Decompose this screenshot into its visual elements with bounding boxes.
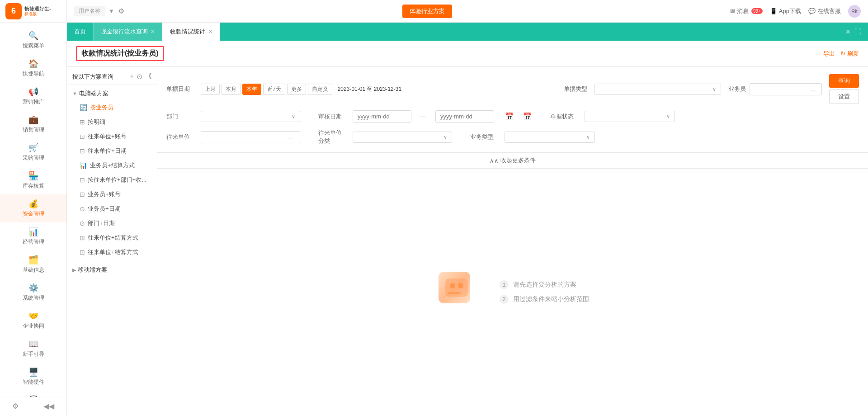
partner-type-label: 往来单位分类 [318,129,345,145]
scheme-by-detail[interactable]: ⊞ 按明细 [67,115,157,129]
partner-account-icon: ⊡ [80,133,85,140]
date-this-year[interactable]: 本年 [242,84,261,95]
logo-text: 畅捷通好生- 标准版 [24,5,51,17]
sidebar-item-system[interactable]: ⚙️ 系统管理 [0,278,66,307]
sidebar-item-search[interactable]: 🔍 搜索菜单 [0,26,66,54]
close-window-icon[interactable]: ✕ [845,28,851,35]
sidebar-item-enterprise[interactable]: 🤝 企业协同 [0,307,66,335]
filter-area: 单据日期 上月 本月 本年 近7天 更多 自定义 2023-01-01 至 20… [157,67,868,153]
date-this-month[interactable]: 本月 [222,84,241,95]
scheme-partner-settle[interactable]: ⊞ 往来单位+结算方式 [67,231,157,245]
scheme-salesperson-settle[interactable]: 📊 业务员+结算方式 [67,158,157,173]
partner-type-select[interactable]: ∨ [353,132,452,143]
refresh-icon: ↻ [840,50,845,57]
biz-type-caret: ∨ [586,134,590,140]
mobile-group-header[interactable]: ▶ 移动端方案 [67,263,157,277]
left-panel-actions: + ⊙ 《 [130,72,151,81]
empty-tips: 1 请先选择要分析的方案 2 用过滤条件来缩小分析范围 [500,280,589,304]
sidebar-item-purchase[interactable]: 🛒 采购管理 [0,138,66,166]
scheme-salesperson-account[interactable]: ⊡ 业务员+账号 [67,187,157,202]
message-label: 消息 [737,7,749,15]
scheme-partner-settle2[interactable]: ⊡ 往来单位+结算方式 [67,245,157,259]
dept-select[interactable]: ∨ [201,111,300,122]
operation-icon: 📊 [28,227,38,237]
sidebar-item-marketing[interactable]: 📢 营销推广 [0,82,66,110]
sidebar-item-wechat[interactable]: 💬 企业微信 [0,391,66,397]
partner-type-caret: ∨ [443,134,447,140]
audit-date-from-input[interactable] [353,110,411,123]
collapse-sidebar-icon[interactable]: ◀◀ [43,402,54,410]
sidebar: 6 畅捷通好生- 标准版 🔍 搜索菜单 🏠 快捷导航 📢 营销推广 💼 [0,0,67,415]
scheme-dept-date[interactable]: ⊙ 部门+日期 [67,216,157,231]
sidebar-item-basic[interactable]: 🗂️ 基础信息 [0,250,66,278]
salesperson-select[interactable]: ... [750,83,822,95]
collapse-panel-icon[interactable]: 《 [145,72,151,81]
audit-date-to-input[interactable] [435,110,494,123]
scheme-partner-account-label: 往来单位+账号 [88,132,127,141]
collapse-bar[interactable]: ∧∧ 收起更多条件 [157,153,868,169]
scheme-partner-account[interactable]: ⊡ 往来单位+账号 [67,129,157,144]
sidebar-item-operation[interactable]: 📊 经营管理 [0,222,66,250]
mobile-group-arrow: ▶ [72,267,76,273]
page-title-box: 收款情况统计(按业务员) [76,46,164,61]
partner-select[interactable]: ... [201,131,300,143]
scheme-by-salesperson[interactable]: 🔄 按业务员 [67,100,157,115]
date-custom[interactable]: 自定义 [308,84,332,95]
scheme-partner-date[interactable]: ⊡ 往来单位+日期 [67,144,157,158]
sidebar-item-inventory[interactable]: 🏪 库存核算 [0,166,66,194]
message-icon: ✉ [730,8,735,14]
message-button[interactable]: ✉ 消息 99+ [730,7,763,15]
tab-collection[interactable]: 收款情况统计 ✕ [162,23,220,41]
header-settings-icon[interactable]: ⚙ [118,7,124,15]
scheme-salesperson-label: 按业务员 [90,104,113,112]
sidebar-item-finance[interactable]: 💰 资金管理 [0,194,66,222]
date-separator: — [420,113,426,120]
query-button[interactable]: 查询 [829,74,859,88]
search-icon: 🔍 [28,31,38,41]
doc-status-select[interactable]: ∨ [585,111,675,122]
doc-type-caret: ∨ [712,86,716,92]
service-icon: 💬 [808,8,816,14]
sidebar-item-hardware[interactable]: 🖥️ 智能硬件 [0,363,66,391]
calendar-to-icon[interactable]: 📅 [523,112,532,121]
scheme-detail-label: 按明细 [88,118,105,126]
collapse-up-icon: ∧∧ [490,157,499,164]
online-service-button[interactable]: 💬 在线客服 [808,7,841,15]
date-7days[interactable]: 近7天 [263,84,285,95]
user-avatar[interactable]: Rit [848,5,861,18]
scheme-settings-icon[interactable]: ⊙ [137,72,142,81]
biz-type-select[interactable]: ∨ [505,132,595,143]
tab-collection-close[interactable]: ✕ [208,28,212,35]
sidebar-logo: 6 畅捷通好生- 标准版 [0,0,66,23]
dropdown-icon[interactable]: ▼ [108,8,114,14]
settings-bottom-icon[interactable]: ⚙ [12,402,19,410]
app-download-button[interactable]: 📱 App下载 [770,7,801,15]
sidebar-item-sales[interactable]: 💼 销售管理 [0,110,66,138]
doc-type-select[interactable]: ∨ [594,84,721,95]
date-last-month[interactable]: 上月 [201,84,220,95]
partner-dots[interactable]: ... [288,134,293,141]
sidebar-item-guide[interactable]: 📖 新手引导 [0,335,66,363]
scheme-partner-dept[interactable]: ⊡ 按往来单位+部门+收... [67,173,157,187]
marketing-icon: 📢 [28,87,38,97]
doc-status-caret: ∨ [666,113,670,119]
date-more[interactable]: 更多 [287,84,306,95]
collapse-button[interactable]: ∧∧ 收起更多条件 [490,156,536,165]
trial-button[interactable]: 体验行业方案 [402,5,452,18]
left-panel-title: 按以下方案查询 [72,73,113,81]
calendar-from-icon[interactable]: 📅 [505,112,514,121]
scheme-salesperson-date2[interactable]: ⊙ 业务员+日期 [67,202,157,216]
refresh-button[interactable]: ↻ 刷新 [840,50,859,58]
purchase-icon: 🛒 [28,143,38,153]
tab-bank-close[interactable]: ✕ [151,28,155,35]
tab-home[interactable]: 首页 [67,23,93,41]
tab-bank[interactable]: 现金银行流水查询 ✕ [93,23,162,41]
salesperson-dots[interactable]: ... [810,86,815,93]
sidebar-item-shortcut[interactable]: 🏠 快捷导航 [0,54,66,82]
maximize-window-icon[interactable]: ⛶ [854,28,861,35]
filter-settings-button[interactable]: 设置 [829,90,859,104]
add-scheme-icon[interactable]: + [130,72,134,81]
export-button[interactable]: ↑ 导出 [819,50,835,58]
page-content: 收款情况统计(按业务员) ↑ 导出 ↻ 刷新 [67,41,868,415]
desktop-group-header[interactable]: ▼ 电脑端方案 [67,87,157,100]
